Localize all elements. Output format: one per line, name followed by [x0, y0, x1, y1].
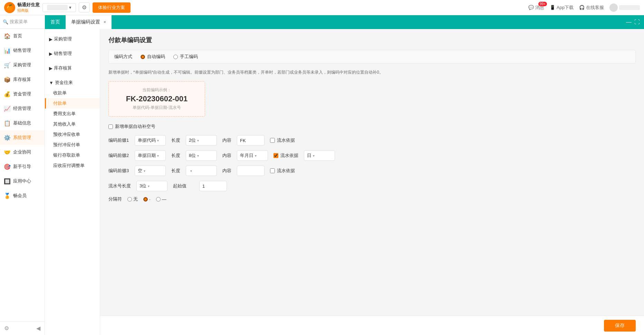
sec-header-capital[interactable]: ▼ 资金往来 — [45, 77, 100, 88]
content2-select[interactable]: 年月日 ▾ — [237, 150, 268, 161]
sidebar-item-operation[interactable]: 📈 经营管理 — [0, 101, 45, 116]
chevron-down-icon6: ▾ — [197, 154, 199, 158]
message-button[interactable]: 💬 消息 99+ — [528, 4, 544, 11]
finance-icon: 💰 — [4, 91, 10, 97]
sidebar-item-basic[interactable]: 📋 基础信息 — [0, 116, 45, 130]
waterflow2-unit-select[interactable]: 日 ▾ — [304, 150, 335, 161]
serial-len-label: 流水号长度 — [108, 183, 131, 189]
len2-select[interactable]: 8位 ▾ — [186, 150, 217, 161]
settings-icon[interactable]: ⚙ — [79, 2, 90, 12]
waterflow1-checkbox[interactable] — [270, 138, 275, 143]
prefix3-select[interactable]: 空 ▾ — [135, 166, 166, 176]
tab-close-icon[interactable]: × — [104, 20, 106, 25]
sep-label: 分隔符 — [108, 196, 122, 202]
sec-header-inventory[interactable]: ▶ 库存核算 — [45, 63, 100, 73]
sidebar-item-sales[interactable]: 📊 销售管理 — [0, 43, 45, 58]
collapse-icon[interactable]: ◀ — [36, 325, 40, 332]
content1-input[interactable] — [237, 135, 265, 146]
sep-dot-option[interactable]: · — [143, 197, 151, 202]
chevron-down-icon10: ▾ — [190, 169, 192, 173]
sidebar-item-purchase[interactable]: 🛒 采购管理 — [0, 58, 45, 72]
waterflow2-checkbox[interactable] — [273, 153, 278, 158]
sec-group-capital: ▼ 资金往来 收款单 付款单 费用支出单 其他收入单 — [45, 75, 100, 173]
search-menu[interactable]: 🔍 搜索菜单 — [0, 15, 45, 29]
sec-sub-adjust[interactable]: 应收应付调整单 — [45, 160, 100, 171]
sep-dash-radio[interactable] — [156, 197, 161, 202]
expand-icon[interactable]: ⛶ — [634, 19, 640, 25]
sec-sub-prepay-payable[interactable]: 预付冲应付单 — [45, 140, 100, 150]
len3-label: 长度 — [171, 168, 180, 174]
waterflow2-check[interactable]: 流水依据 — [273, 152, 298, 159]
sidebar-item-member[interactable]: 🏅 畅会员 — [0, 188, 45, 203]
collab-icon: 🤝 — [4, 149, 10, 155]
sec-sub-receipt[interactable]: 收款单 — [45, 88, 100, 98]
len3-select[interactable]: ▾ — [186, 166, 217, 176]
tab-document-code[interactable]: 单据编码设置 × — [66, 15, 112, 29]
logo-icon: 🍊 — [4, 2, 15, 13]
sec-sub-payment[interactable]: 付款单 — [45, 98, 100, 109]
sidebar-item-inventory[interactable]: 📦 库存核算 — [0, 72, 45, 87]
auto-code-radio-label[interactable]: 自动编码 — [141, 54, 165, 60]
page-title: 付款单编码设置 — [108, 36, 636, 44]
app-icon: 📱 — [550, 5, 555, 10]
sidebar-item-apps[interactable]: 🔲 应用中心 — [0, 174, 45, 188]
sidebar-item-finance[interactable]: 💰 资金管理 — [0, 87, 45, 101]
separator-row: 分隔符 无 · — — [108, 196, 636, 202]
len1-label: 长度 — [171, 137, 180, 143]
prefix1-select[interactable]: 单据代码 ▾ — [135, 135, 166, 146]
start-val-input[interactable] — [199, 181, 227, 191]
user-area[interactable] — [609, 3, 640, 12]
waterflow1-check[interactable]: 流水依据 — [270, 137, 295, 143]
content3-input[interactable] — [237, 166, 265, 176]
tab-home[interactable]: 首页 — [45, 15, 66, 29]
sec-sub-bank[interactable]: 银行存取款单 — [45, 150, 100, 160]
start-val-label: 起始值 — [173, 183, 194, 189]
sidebar-item-guide[interactable]: 🎯 新手引导 — [0, 159, 45, 174]
prefix1-label: 编码前缀1 — [108, 137, 129, 143]
sep-dot-radio[interactable] — [143, 197, 148, 202]
sec-sub-other-income[interactable]: 其他收入单 — [45, 119, 100, 129]
waterflow3-check[interactable]: 流水依据 — [270, 168, 295, 174]
apps-icon: 🔲 — [4, 178, 10, 184]
serial-len-select[interactable]: 3位 ▾ — [136, 181, 167, 191]
manual-code-radio-label[interactable]: 手工编码 — [173, 54, 198, 60]
dropdown-button[interactable]: ▾ — [42, 3, 76, 12]
tab-right-icons: — ⛶ — [626, 19, 644, 25]
online-service-button[interactable]: 🎧 在线客服 — [579, 4, 604, 11]
minimize-icon[interactable]: — — [626, 19, 632, 25]
code-method-label: 编码方式 — [114, 54, 132, 60]
message-badge: 99+ — [538, 2, 547, 6]
app-download-button[interactable]: 📱 App下载 — [550, 4, 574, 11]
sec-sub-expense[interactable]: 费用支出单 — [45, 109, 100, 119]
save-button[interactable]: 保存 — [604, 320, 636, 332]
sep-none-option[interactable]: 无 — [127, 196, 138, 202]
basic-icon: 📋 — [4, 120, 10, 126]
chevron-down-icon8: ▾ — [313, 154, 315, 158]
system-icon: ⚙️ — [4, 134, 10, 141]
sec-group-purchase: ▶ 采购管理 — [45, 32, 100, 46]
example-desc: 单据代码-单据日期-流水号 — [117, 105, 196, 111]
purchase-icon: 🛒 — [4, 62, 10, 68]
auto-fill-row[interactable]: 新增单据自动补空号 — [108, 123, 636, 130]
sales-icon: 📊 — [4, 47, 10, 54]
sidebar-bottom: ⚙ ◀ — [0, 321, 45, 335]
sec-header-sales[interactable]: ▶ 销售管理 — [45, 48, 100, 59]
sep-dash-option[interactable]: — — [156, 197, 166, 202]
prefix2-select[interactable]: 单据日期 ▾ — [135, 150, 166, 161]
waterflow3-checkbox[interactable] — [270, 168, 275, 173]
trial-button[interactable]: 体验行业方案 — [93, 2, 131, 13]
sidebar-item-home[interactable]: 🏠 首页 — [0, 29, 45, 43]
sidebar-item-system[interactable]: ⚙️ 系统管理 — [0, 130, 45, 145]
sec-sub-prepay-receivable[interactable]: 预收冲应收单 — [45, 129, 100, 140]
sec-header-purchase[interactable]: ▶ 采购管理 — [45, 34, 100, 44]
auto-fill-checkbox[interactable] — [108, 124, 113, 129]
chevron-right-icon2: ▶ — [49, 51, 52, 56]
len2-label: 长度 — [171, 152, 180, 159]
auto-code-radio[interactable] — [141, 55, 145, 59]
len1-select[interactable]: 2位 ▾ — [186, 135, 217, 146]
sep-none-radio[interactable] — [127, 197, 132, 202]
settings-bottom-icon[interactable]: ⚙ — [4, 325, 9, 332]
sidebar-item-collab[interactable]: 🤝 企业协同 — [0, 145, 45, 159]
manual-code-radio[interactable] — [173, 55, 178, 59]
search-icon: 🔍 — [3, 19, 8, 25]
